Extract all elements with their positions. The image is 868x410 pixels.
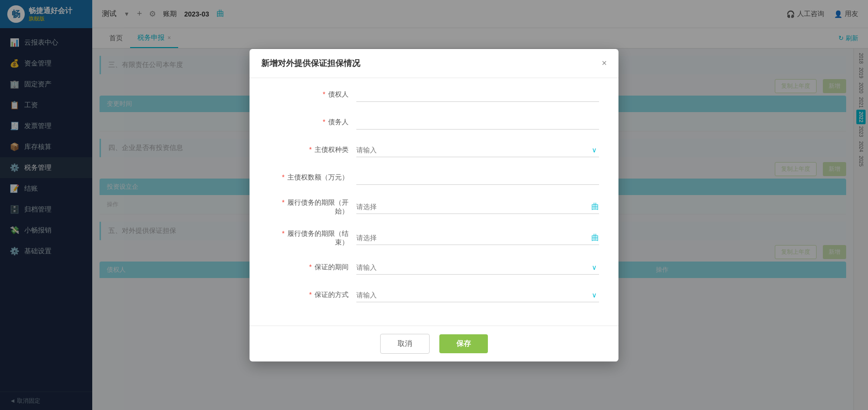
save-button[interactable]: 保存 [439, 334, 488, 353]
guarantee-period-input[interactable] [356, 261, 589, 274]
period-start-label: * 履行债务的期限（开始） [269, 198, 356, 216]
debt-type-label: * 主债权种类 [269, 146, 356, 154]
modal-footer: 取消 保存 [250, 326, 618, 361]
period-start-date[interactable]: 曲 [356, 200, 599, 214]
period-end-label: * 履行债务的期限（结束） [269, 230, 356, 247]
main-area: 测试 ▼ + ⚙ 账期 2023-03 曲 🎧 人工咨询 👤 用友 首页 [92, 0, 868, 410]
guarantee-period-arrow-icon[interactable]: ∨ [589, 263, 599, 271]
guarantee-method-arrow-icon[interactable]: ∨ [589, 291, 599, 299]
debt-amount-label: * 主债权数额（万元） [269, 173, 356, 182]
debt-type-arrow-icon[interactable]: ∨ [589, 146, 599, 154]
period-end-field-group: * 履行债务的期限（结束） 曲 [269, 230, 599, 247]
period-start-input[interactable] [356, 200, 591, 213]
guarantee-method-input[interactable] [356, 288, 589, 302]
guarantee-period-field-group: * 保证的期间 ∨ [269, 261, 599, 275]
modal-dialog: 新增对外提供保证担保情况 × * 债权人 [250, 49, 618, 361]
debt-type-input[interactable] [356, 143, 589, 157]
debt-type-field-group: * 主债权种类 ∨ [269, 143, 599, 157]
modal-title: 新增对外提供保证担保情况 [261, 58, 360, 69]
guarantee-method-field-group: * 保证的方式 ∨ [269, 288, 599, 302]
modal-header: 新增对外提供保证担保情况 × [250, 49, 618, 78]
content-area: 三、有限责任公司本年度 复制上年度 新增 变更时间 操作 四、企业是否有投资信息… [92, 49, 868, 410]
guarantee-period-label: * 保证的期间 [269, 263, 356, 272]
creditor-field-group: * 债权人 [269, 88, 599, 102]
period-start-calendar-icon[interactable]: 曲 [591, 202, 599, 212]
debt-amount-field-group: * 主债权数额（万元） [269, 171, 599, 185]
period-end-date[interactable]: 曲 [356, 231, 599, 245]
modal-body: * 债权人 * 债务人 [250, 78, 618, 326]
period-end-input[interactable] [356, 231, 591, 245]
guarantee-method-select[interactable]: ∨ [356, 288, 599, 302]
debtor-label: * 债务人 [269, 118, 356, 127]
debt-type-select[interactable]: ∨ [356, 143, 599, 157]
debtor-field-group: * 债务人 [269, 115, 599, 130]
creditor-label: * 债权人 [269, 90, 356, 99]
guarantee-period-select[interactable]: ∨ [356, 261, 599, 275]
debt-amount-input[interactable] [356, 171, 599, 185]
creditor-input[interactable] [356, 88, 599, 102]
period-end-calendar-icon[interactable]: 曲 [591, 233, 599, 243]
guarantee-method-label: * 保证的方式 [269, 291, 356, 299]
modal-close-button[interactable]: × [601, 59, 607, 67]
modal-overlay: 新增对外提供保证担保情况 × * 债权人 [92, 49, 868, 410]
debtor-input[interactable] [356, 115, 599, 130]
cancel-button[interactable]: 取消 [380, 334, 430, 354]
period-start-field-group: * 履行债务的期限（开始） 曲 [269, 198, 599, 216]
